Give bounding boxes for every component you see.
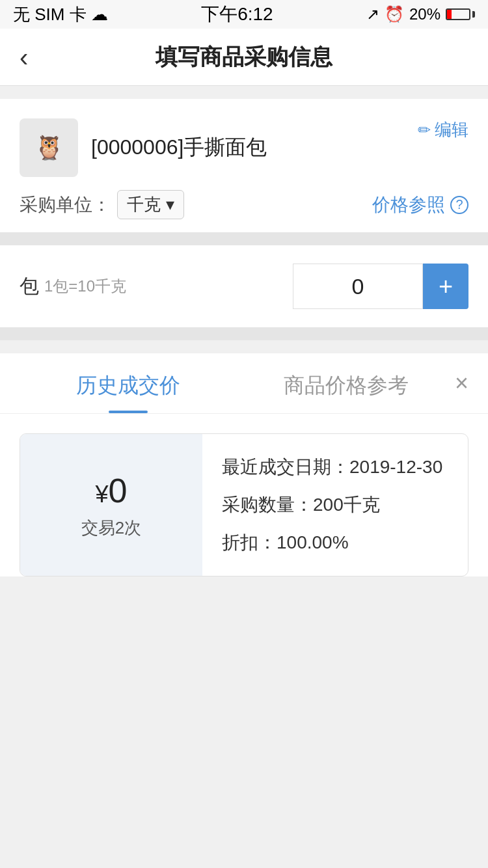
product-header: 🦉 [0000006]手撕面包 ✏ 编辑 xyxy=(20,118,468,177)
quantity-input-wrap: 0 + xyxy=(293,264,468,309)
back-button[interactable]: ‹ xyxy=(20,44,28,70)
date-value: 2019-12-30 xyxy=(349,457,442,477)
unit-select[interactable]: 千克 ▾ xyxy=(117,190,184,219)
tab-active-indicator xyxy=(109,411,148,413)
history-price: ¥0 xyxy=(96,471,128,510)
discount-value: 100.00% xyxy=(277,532,349,552)
history-details: 最近成交日期：2019-12-30 采购数量：200千克 折扣：100.00% xyxy=(202,434,468,576)
status-time: 下午6:12 xyxy=(201,2,273,27)
edit-label: 编辑 xyxy=(435,118,468,141)
unit-label: 采购单位： xyxy=(20,193,111,217)
quantity-display[interactable]: 0 xyxy=(293,264,423,309)
info-icon: ? xyxy=(450,196,468,214)
tab-price-ref[interactable]: 商品价格参考 xyxy=(237,353,454,413)
unit-value: 千克 xyxy=(127,193,161,216)
tabs-panel: 历史成交价 商品价格参考 × ¥0 交易2次 最近成交日期：2019-12-30… xyxy=(0,353,488,576)
quantity-label: 包 1包=10千克 xyxy=(20,273,126,300)
divider xyxy=(0,232,488,245)
trade-count: 交易2次 xyxy=(81,517,141,539)
nav-bar: ‹ 填写商品采购信息 xyxy=(0,29,488,86)
status-bar: 无 SIM 卡 ☁ 下午6:12 ↗ ⏰ 20% xyxy=(0,0,488,29)
tab-close-button[interactable]: × xyxy=(455,357,468,410)
quantity-plus-button[interactable]: + xyxy=(423,264,468,309)
qty-row: 采购数量：200千克 xyxy=(222,491,448,519)
history-price-section: ¥0 交易2次 xyxy=(20,434,202,576)
battery-indicator xyxy=(446,8,475,20)
tabs-header: 历史成交价 商品价格参考 × xyxy=(0,353,488,414)
product-thumbnail: 🦉 xyxy=(20,118,78,177)
product-header-left: 🦉 [0000006]手撕面包 xyxy=(20,118,267,177)
product-name: [0000006]手撕面包 xyxy=(91,133,267,162)
discount-row: 折扣：100.00% xyxy=(222,529,448,556)
chevron-down-icon: ▾ xyxy=(166,195,174,215)
qty-value: 200千克 xyxy=(313,495,380,515)
divider2 xyxy=(0,327,488,340)
quantity-row: 包 1包=10千克 0 + xyxy=(0,245,488,327)
sim-status: 无 SIM 卡 ☁ xyxy=(13,3,108,26)
product-unit-row: 采购单位： 千克 ▾ 价格参照 ? xyxy=(20,190,468,219)
currency-symbol: ¥ xyxy=(96,481,109,508)
unit-name: 包 xyxy=(20,273,39,300)
qty-label: 采购数量： xyxy=(222,495,313,515)
history-card: ¥0 交易2次 最近成交日期：2019-12-30 采购数量：200千克 折扣：… xyxy=(20,433,468,576)
page-title: 填写商品采购信息 xyxy=(156,42,332,72)
battery-percent: 20% xyxy=(409,5,441,23)
location-icon: ↗ xyxy=(366,5,379,23)
edit-button[interactable]: ✏ 编辑 xyxy=(418,118,468,141)
product-card: 🦉 [0000006]手撕面包 ✏ 编辑 采购单位： 千克 ▾ 价格参照 ? xyxy=(0,99,488,232)
product-thumb-icon: 🦉 xyxy=(34,134,64,161)
main-background xyxy=(0,596,488,868)
edit-icon: ✏ xyxy=(418,121,431,139)
discount-label: 折扣： xyxy=(222,532,277,552)
unit-note: 1包=10千克 xyxy=(44,276,126,297)
alarm-icon: ⏰ xyxy=(385,5,404,23)
price-value: 0 xyxy=(109,472,128,509)
price-ref-button[interactable]: 价格参照 ? xyxy=(372,193,468,217)
date-label: 最近成交日期： xyxy=(222,457,349,477)
status-right: ↗ ⏰ 20% xyxy=(366,5,475,23)
price-ref-label: 价格参照 xyxy=(372,193,445,217)
date-row: 最近成交日期：2019-12-30 xyxy=(222,454,448,481)
tab-history[interactable]: 历史成交价 xyxy=(20,353,237,413)
status-left: 无 SIM 卡 ☁ xyxy=(13,3,108,26)
